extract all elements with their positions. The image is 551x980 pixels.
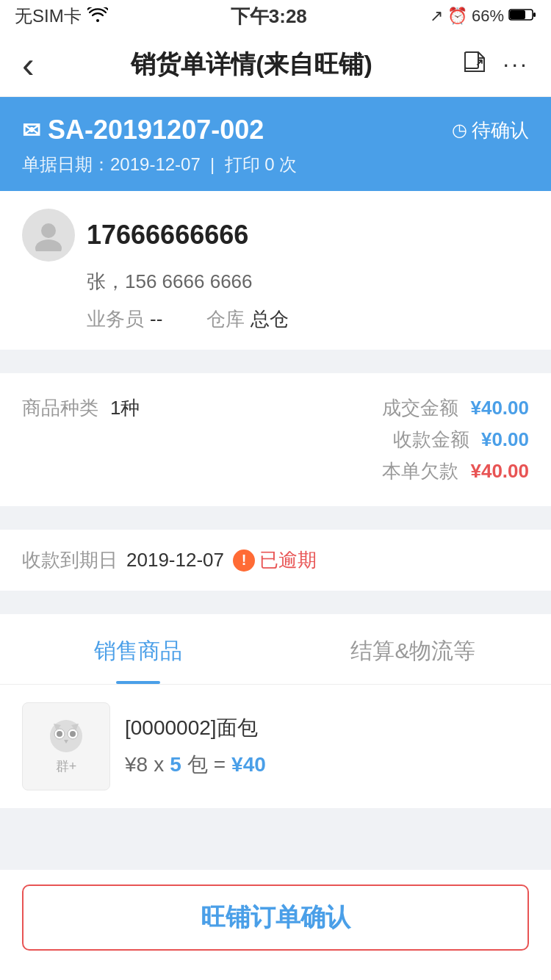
customer-phone: 17666666666 [87, 220, 248, 251]
status-right: ↗ ⏰ 66% [430, 7, 536, 26]
wifi-icon [87, 6, 108, 26]
due-date-section: 收款到期日 2019-12-07 ! 已逾期 [0, 530, 551, 591]
nav-bar: ‹ 销货单详情(来自旺铺) ··· [0, 32, 551, 97]
battery-icon [508, 7, 536, 26]
salesperson-item: 业务员 -- [87, 306, 162, 332]
product-total: ¥40 [231, 753, 266, 777]
order-inbox-icon: ✉ [22, 118, 40, 143]
svg-rect-3 [465, 52, 478, 68]
svg-rect-2 [533, 12, 536, 17]
product-type: 商品种类 1种 [22, 395, 140, 421]
back-button[interactable]: ‹ [22, 46, 42, 83]
share-button[interactable] [461, 48, 488, 80]
customer-name: 张，156 6666 6666 [87, 269, 529, 295]
tabs-section: 销售商品 结算&物流等 [0, 614, 551, 808]
received-amount-value: ¥0.00 [481, 428, 529, 451]
tabs-header: 销售商品 结算&物流等 [0, 614, 551, 685]
customer-avatar [22, 209, 75, 262]
summary-section: 商品种类 1种 成交金额 ¥40.00 收款金额 ¥0.00 本单欠款 ¥40.… [0, 373, 551, 506]
product-price: ¥8 [125, 753, 148, 777]
nav-right: ··· [461, 48, 529, 80]
tab-products[interactable]: 销售商品 [0, 614, 276, 684]
due-date-value: 2019-12-07 [126, 549, 224, 572]
received-amount-row: 收款金额 ¥0.00 [393, 427, 529, 453]
multiply-sign: x [154, 753, 164, 777]
amounts: 成交金额 ¥40.00 收款金额 ¥0.00 本单欠款 ¥40.00 [382, 395, 529, 484]
tab-settlement[interactable]: 结算&物流等 [276, 614, 551, 684]
order-id: ✉ SA-20191207-002 [22, 115, 264, 145]
svg-point-10 [70, 731, 76, 737]
status-time: 下午3:28 [231, 4, 307, 29]
svg-rect-1 [510, 10, 525, 19]
alarm-icon: ⏰ [447, 7, 467, 26]
status-bar: 无SIM卡 下午3:28 ↗ ⏰ 66% [0, 0, 551, 32]
deal-amount-row: 成交金额 ¥40.00 [382, 395, 529, 421]
customer-section: 17666666666 张，156 6666 6666 业务员 -- 仓库 总仓 [0, 191, 551, 350]
product-qty: 5 [170, 753, 181, 777]
battery-text: 66% [472, 7, 504, 26]
overdue-badge: ! 已逾期 [233, 547, 317, 573]
due-label: 收款到期日 [22, 547, 118, 573]
deal-amount-value: ¥40.00 [470, 397, 529, 419]
tab-underline [116, 681, 160, 684]
svg-point-4 [41, 223, 56, 238]
status-left: 无SIM卡 [15, 4, 108, 28]
product-info: [0000002]面包 ¥8 x 5 包 = ¥40 [125, 714, 529, 779]
divider-1 [0, 361, 551, 373]
divider-3 [0, 602, 551, 614]
overdue-text: 已逾期 [259, 547, 317, 573]
product-price-row: ¥8 x 5 包 = ¥40 [125, 751, 529, 779]
product-name: [0000002]面包 [125, 714, 529, 742]
order-header-card: ✉ SA-20191207-002 ◷ 待确认 单据日期：2019-12-07 … [0, 97, 551, 191]
owed-amount-row: 本单欠款 ¥40.00 [382, 458, 529, 484]
equals-sign: = [214, 753, 226, 777]
page-title: 销货单详情(来自旺铺) [131, 48, 372, 82]
overdue-icon: ! [233, 550, 255, 572]
order-status-badge: ◷ 待确认 [452, 118, 529, 143]
nav-left: ‹ [22, 46, 42, 83]
product-item: 群+ [0000002]面包 ¥8 x 5 包 = ¥40 [0, 685, 551, 808]
svg-point-9 [57, 731, 62, 737]
product-unit: 包 [187, 751, 208, 779]
clock-icon: ◷ [452, 120, 467, 140]
location-icon: ↗ [430, 7, 443, 26]
divider-2 [0, 518, 551, 530]
svg-point-5 [35, 239, 62, 251]
more-button[interactable]: ··· [503, 51, 529, 78]
confirm-order-button[interactable]: 旺铺订单确认 [22, 884, 529, 951]
carrier-text: 无SIM卡 [15, 4, 82, 28]
order-meta: 单据日期：2019-12-07 | 打印 0 次 [22, 153, 529, 176]
owed-amount-value: ¥40.00 [470, 460, 529, 483]
product-image: 群+ [22, 702, 110, 790]
warehouse-item: 仓库 总仓 [206, 306, 289, 332]
bottom-button-area: 旺铺订单确认 [0, 870, 551, 980]
